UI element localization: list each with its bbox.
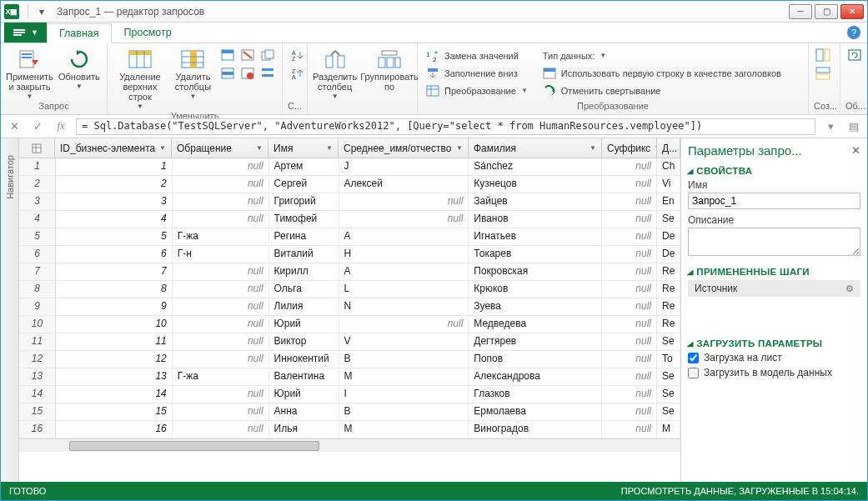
cell[interactable]: Виноградов [469, 421, 602, 438]
cell[interactable]: B [339, 403, 469, 420]
cell[interactable]: Re [657, 281, 680, 298]
cell[interactable]: null [602, 193, 657, 210]
cell[interactable]: Г-жа [173, 368, 269, 385]
cell[interactable]: 2 [56, 176, 173, 193]
cell[interactable]: null [173, 333, 269, 350]
cell[interactable]: Иванов [469, 211, 602, 228]
cell[interactable]: Юрий [269, 316, 339, 333]
table-row[interactable]: 22nullСергейАлексейКузнецовnullVi [19, 176, 680, 193]
cell[interactable]: En [657, 193, 680, 210]
cell[interactable]: Se [657, 368, 680, 385]
cell[interactable]: null [173, 316, 269, 333]
cell[interactable]: null [339, 316, 469, 333]
filter-dropdown-icon[interactable]: ▼ [256, 144, 263, 152]
section-properties[interactable]: СВОЙСТВА [688, 166, 860, 176]
cell[interactable]: null [602, 316, 657, 333]
filter-dropdown-icon[interactable]: ▼ [326, 144, 333, 152]
formula-expand-icon[interactable]: ▾ [822, 118, 839, 135]
section-steps[interactable]: ПРИМЕНЕННЫЕ ШАГИ [688, 267, 860, 277]
horizontal-scrollbar[interactable] [19, 438, 680, 452]
formula-accept-icon[interactable]: ✓ [29, 118, 46, 135]
cell[interactable]: null [602, 403, 657, 420]
formula-cancel-icon[interactable]: ✕ [6, 118, 23, 135]
cell[interactable]: Ch [657, 158, 680, 175]
cell[interactable]: Григорий [269, 193, 339, 210]
cell[interactable]: Анна [269, 403, 339, 420]
cell[interactable]: B [339, 351, 469, 368]
cell[interactable]: Александрова [469, 368, 602, 385]
remove-rows-button[interactable] [238, 47, 257, 63]
table-row[interactable]: 99nullЛилияNЗуеваnullRe [19, 298, 680, 316]
cell[interactable]: null [173, 403, 269, 420]
cell[interactable]: null [173, 351, 269, 368]
cell[interactable]: 6 [56, 246, 173, 263]
cell[interactable]: Игнатьев [469, 228, 602, 245]
cell[interactable]: Re [657, 263, 680, 280]
cell[interactable]: L [339, 281, 469, 298]
cell[interactable]: De [657, 246, 680, 263]
cell[interactable]: Se [657, 333, 680, 350]
formula-input[interactable]: = Sql.Database("TestSQLServer", "Adventu… [76, 118, 815, 135]
keep-rows-button[interactable] [218, 47, 237, 63]
cell[interactable]: 3 [56, 193, 173, 210]
cell[interactable]: Покровская [469, 263, 602, 280]
scrollbar-thumb[interactable] [69, 441, 319, 451]
remove-duplicates-button[interactable] [258, 47, 277, 63]
query-desc-input[interactable] [688, 228, 860, 256]
cell[interactable]: 5 [56, 228, 173, 245]
checkbox-input[interactable] [688, 368, 699, 378]
unpivot-button[interactable]: Отменить свертывание [539, 82, 785, 99]
cell[interactable]: null [173, 211, 269, 228]
cell[interactable]: null [602, 351, 657, 368]
cell[interactable]: Виктор [269, 333, 339, 350]
cell[interactable]: null [339, 193, 469, 210]
column-header[interactable]: Обращение▼ [172, 138, 268, 158]
cell[interactable]: 10 [56, 316, 173, 333]
keep-range-button[interactable] [218, 65, 237, 82]
cell[interactable]: null [602, 211, 657, 228]
cell[interactable]: null [602, 298, 657, 315]
cell[interactable]: A [339, 228, 469, 245]
cell[interactable]: Se [657, 211, 680, 228]
table-row[interactable]: 1414nullЮрийIГлазковnullSe [19, 386, 680, 403]
cell[interactable]: null [173, 281, 269, 298]
panel-close-icon[interactable]: ✕ [851, 144, 860, 157]
tab-view[interactable]: Просмотр [112, 23, 184, 43]
cell[interactable]: 12 [56, 351, 173, 368]
cell[interactable]: Re [657, 316, 680, 333]
load-to-sheet-checkbox[interactable]: Загрузка на лист [688, 352, 860, 363]
checkbox-input[interactable] [688, 353, 699, 363]
qat-dropdown-icon[interactable]: ▾ [36, 6, 48, 18]
cell[interactable]: null [602, 176, 657, 193]
cell[interactable]: Регина [269, 228, 339, 245]
table-row[interactable]: 1515nullАннаBЕрмолаеваnullSe [19, 403, 680, 421]
remove-top-rows-button[interactable]: Удаление верхних строк ▼ [113, 45, 168, 111]
table-row[interactable]: 44nullТимофейnullИвановnullSe [19, 211, 680, 228]
table-row[interactable]: 1616nullИльяMВиноградовnullM [19, 421, 680, 438]
cell[interactable]: null [602, 386, 657, 403]
navigator-pane[interactable]: Навигатор [1, 138, 19, 483]
cell[interactable]: null [602, 368, 657, 385]
cell[interactable]: 4 [56, 211, 173, 228]
combine-button-1[interactable] [814, 47, 832, 63]
cell[interactable]: null [173, 421, 269, 438]
cell[interactable]: 15 [56, 403, 173, 420]
replace-values-button[interactable]: 12 Замена значений [423, 47, 531, 64]
remove-columns-button[interactable]: Удалить столбцы ▼ [171, 45, 215, 101]
cell[interactable]: Юрий [269, 386, 339, 403]
cell[interactable]: Зайцев [469, 193, 602, 210]
cell[interactable]: null [602, 246, 657, 263]
refresh-button[interactable]: Обновить ▼ [57, 45, 102, 91]
column-header[interactable]: Фамилия▼ [469, 138, 602, 158]
sort-desc-button[interactable]: ZA [288, 65, 306, 82]
cell[interactable]: Крюков [469, 281, 602, 298]
cell[interactable]: null [602, 158, 657, 175]
cell[interactable]: null [173, 158, 269, 175]
cell[interactable]: Попов [469, 351, 602, 368]
status-right[interactable]: ПРОСМОТРЕТЬ ДАННЫЕ, ЗАГРУЖЕННЫЕ В 15:04:… [621, 486, 859, 496]
minimize-button[interactable]: ─ [789, 4, 812, 19]
apply-close-button[interactable]: Применить и закрыть ▼ [6, 45, 53, 101]
cell[interactable]: Илья [269, 421, 339, 438]
gear-icon[interactable]: ⚙ [845, 283, 854, 294]
cell[interactable]: Глазков [469, 386, 602, 403]
